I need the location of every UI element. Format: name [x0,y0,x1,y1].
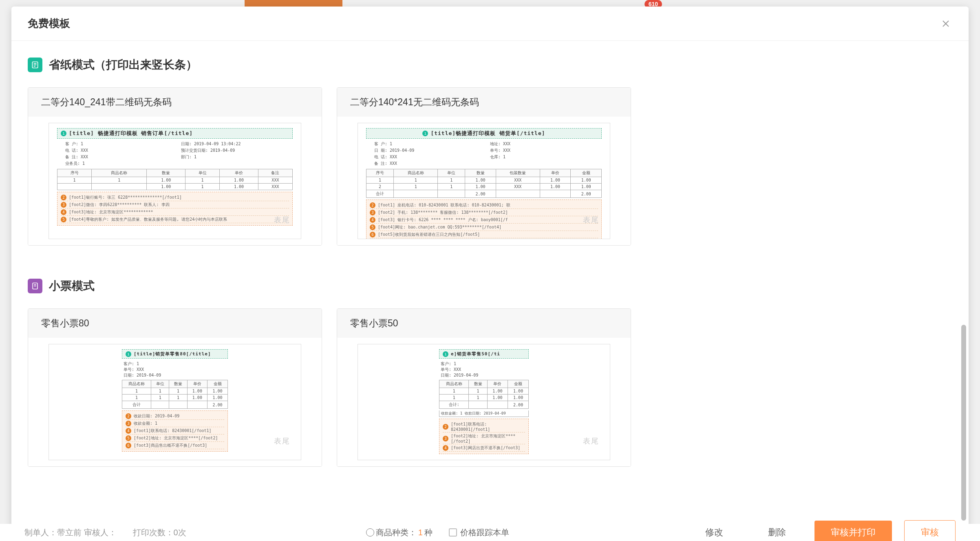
badge-icon: 3 [61,202,66,208]
foot-text: [foot1]联系电话: 82430001[/foot1] [451,421,525,432]
template-card[interactable]: 零售小票80 1 [title]销货单零售80[/title] 客户: 1 单号… [28,308,322,467]
preview-doc-title: [title] 畅捷通打印模板 销售订单[/title] [69,130,193,137]
preview-doc-title: e]销货单零售50[/ti [451,351,500,357]
table-header: 单位 [438,169,465,177]
scrollbar-thumb[interactable] [961,325,966,521]
badge-icon: 4 [370,217,375,223]
preview-footer: 2[foot1]联系电话: 82430001[/foot1] 3[foot2]地… [439,419,529,454]
foot-text: [foot4]网址: bao.chanjet.com QQ:593*******… [378,224,501,230]
table-row: 1.00 1 1.00 XXX [57,184,293,190]
modal-title: 免费模板 [28,16,70,31]
table-header: 金额 [508,380,529,388]
table-header: 金额 [571,169,602,177]
template-grid-paper-save: 二等分140_241带二维码无条码 1 [title] 畅捷通打印模板 销售订单… [28,87,952,246]
modify-button[interactable]: 修改 [689,521,739,541]
preview-table: 序号 商品名称 单位 数量 包装数量 单价 金额 1111.00XXX1.001… [366,169,602,198]
preview-footer: 2[foot1] 座机电话: 010-82430001 联系电话: 010-82… [366,200,602,239]
watermark: 表尾 [583,436,599,446]
foot-text: [foot3] 银行卡号: 6226 **** **** **** 户名: ba… [378,217,508,223]
table-header: 金额 [207,380,228,388]
foot-text: [foot2]地址: 北京市海淀区****[/foot2] [134,435,218,441]
badge-icon: 5 [61,217,66,222]
table-header: 包装数量 [496,169,540,177]
types-radio[interactable] [366,528,374,537]
badge-icon: 5 [370,224,375,230]
review-print-button[interactable]: 审核并打印 [814,521,892,541]
preview-info: 客户: 1 单号: XXX 日期: 2019-04-09 [439,361,529,378]
table-header: 商品名称 [122,380,151,388]
foot-text: [foot5]收到货后如有差错请在三日之内告知[/foot5] [378,232,480,237]
foot-text: 收款金额: 1 [134,421,157,426]
table-header: 备注 [258,169,292,177]
receipt-icon [28,279,42,293]
table-header: 商品名称 [92,169,147,177]
info-field: 仓库: 1 [490,154,594,160]
template-name: 零售小票80 [28,309,322,338]
table-header: 序号 [57,169,92,177]
table-row: 111.001.00 [439,388,529,395]
table-row: 1111.00XXX1.001.00 [366,177,602,184]
info-field: 备 注: XXX [374,161,478,166]
info-field: 电 话: XXX [65,148,169,153]
table-header: 单位 [185,169,219,177]
table-header: 单价 [487,380,508,388]
badge-icon: 6 [126,443,131,448]
maker-label: 制单人：带立前 审核人： [24,527,117,538]
foot-text: [foot2]地址: 北京市海淀区****[/foot2] [451,433,525,443]
template-card[interactable]: 二等分140*241无二维码无条码 1 [title]畅捷通打印模板 销货单[/… [337,87,631,246]
template-card[interactable]: 二等分140_241带二维码无条码 1 [title] 畅捷通打印模板 销售订单… [28,87,322,246]
info-field: 部门: 1 [181,154,285,160]
info-field: 日期: 2019-04-09 [124,372,226,378]
table-header: 单价 [187,380,207,388]
price-track-label: 价格跟踪本单 [460,527,509,538]
preview-doc-title: [title]销货单零售80[/title] [134,351,211,357]
badge-icon: 1 [443,351,448,357]
table-row: 1111.001.00 [122,395,228,401]
table-header: 商品名称 [439,380,469,388]
info-field: 客 户: 1 [374,141,478,147]
table-header: 序号 [366,169,394,177]
badge-icon: 2 [443,424,448,430]
badge-icon: 1 [422,131,428,136]
delete-button[interactable]: 删除 [752,521,802,541]
table-header: 数量 [169,380,187,388]
print-count-label: 打印次数：0次 [133,527,186,538]
preview-info: 客 户: 1 地址: XXX 日 期: 2019-04-09 单号: XXX 电… [366,141,602,166]
table-header: 单位 [151,380,169,388]
badge-icon: 1 [61,131,66,136]
info-field: 业务员: 1 [65,161,169,166]
template-name: 二等分140*241无二维码无条码 [337,88,631,117]
section-title: 小票模式 [49,278,95,294]
table-row: 合计2.002.00 [366,190,602,198]
table-row: 1 1 1.00 1 1.00 XXX [57,177,293,184]
info-field: 备 注: XXX [65,154,169,160]
template-card[interactable]: 零售小票50 1 e]销货单零售50[/ti 客户: 1 单号: XXX 日期:… [337,308,631,467]
preview-footer: 2[foot1]银行账号: 张三 6228**************[/foo… [57,192,293,226]
watermark: 表尾 [274,215,290,225]
close-button[interactable] [939,17,952,30]
table-header: 数量 [469,380,487,388]
preview-info: 客户: 1 单号: XXX 日期: 2019-04-09 [122,361,228,378]
foot-text: [foot1]银行账号: 张三 6228**************[/foot… [69,195,182,200]
foot-text: [foot3]商品售出概不退不换[/foot3] [134,443,207,448]
preview-info: 客 户: 1 日期: 2019-04-09 13:04:22 电 话: XXX … [57,141,293,166]
template-name: 零售小票50 [337,309,631,338]
badge-icon: 6 [370,232,375,237]
template-preview: 1 [title]销货单零售80[/title] 客户: 1 单号: XXX 日… [28,338,322,466]
section-header-paper-save: 省纸模式（打印出来竖长条） [28,57,952,73]
close-icon [941,19,951,29]
types-count: 1 [418,528,423,537]
badge-icon: 4 [443,445,448,451]
preview-content: 1 [title]销货单零售80[/title] 客户: 1 单号: XXX 日… [49,344,301,460]
preview-content: 1 [title] 畅捷通打印模板 销售订单[/title] 客 户: 1 日期… [49,123,301,239]
foot-text: [foot1] 座机电话: 010-82430001 联系电话: 010-824… [378,202,510,208]
preview-table: 商品名称数量单价金额 111.001.00 111.001.00 合计:2.00 [439,380,529,409]
extra-line: 收款金额: 1 收款日期: 2019-04-09 [439,410,529,417]
review-button[interactable]: 审核 [904,520,956,541]
info-field: 客户: 1 [441,361,527,367]
badge-icon: 3 [126,421,131,426]
table-row: 合计:2.00 [439,401,529,409]
price-track-checkbox[interactable] [449,528,457,537]
foot-text: 收款日期: 2019-04-09 [134,413,179,419]
scrollbar-track[interactable] [961,47,966,525]
